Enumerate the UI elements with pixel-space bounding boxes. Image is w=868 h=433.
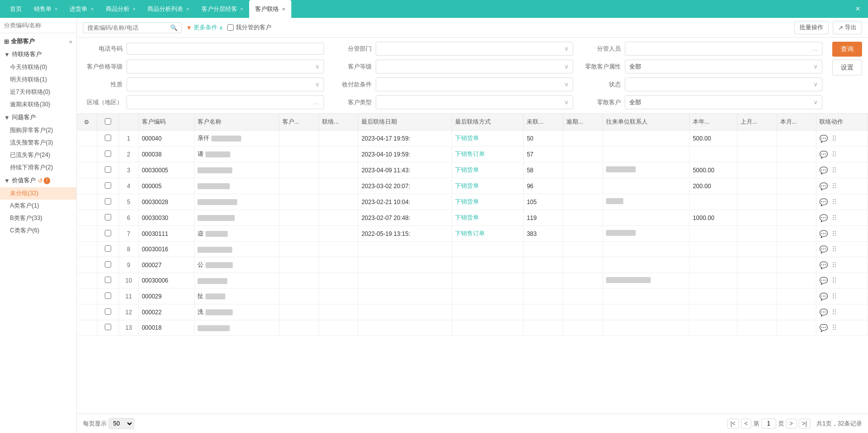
customer-type-select[interactable]: ∨ bbox=[376, 95, 573, 109]
row-checkbox[interactable] bbox=[97, 289, 119, 304]
row-last-contact-way[interactable]: 下销货单 bbox=[452, 178, 524, 194]
refresh-icon[interactable]: ↺ bbox=[38, 177, 43, 184]
sidebar-item-7days[interactable]: 近7天待联络(0) bbox=[0, 86, 76, 98]
row-checkbox[interactable] bbox=[97, 194, 119, 210]
page-size-select[interactable]: 50 100 bbox=[109, 418, 134, 429]
row-checkbox[interactable] bbox=[97, 320, 119, 336]
row-checkbox[interactable] bbox=[97, 304, 119, 320]
contact-icon[interactable]: 💬 bbox=[819, 214, 828, 222]
sidebar-item-c-class[interactable]: C类客户(6) bbox=[0, 224, 76, 237]
query-button[interactable]: 查询 bbox=[832, 42, 862, 57]
nav-tab-sales[interactable]: 销售单 × bbox=[28, 0, 64, 18]
row-checkbox[interactable] bbox=[97, 273, 119, 289]
sidebar-item-hoarding[interactable]: 囤购异常客户(2) bbox=[0, 124, 76, 137]
close-customer-contact-tab[interactable]: × bbox=[282, 6, 285, 12]
my-customer-checkbox[interactable] bbox=[227, 24, 234, 31]
contact-icon[interactable]: 💬 bbox=[819, 166, 828, 174]
row-checkbox[interactable] bbox=[97, 210, 119, 226]
close-all-button[interactable]: × bbox=[852, 4, 864, 13]
close-product-analysis-list-tab[interactable]: × bbox=[186, 6, 189, 12]
reset-button[interactable]: 设置 bbox=[832, 60, 862, 75]
more-action-icon[interactable]: ⠿ bbox=[832, 277, 837, 285]
nav-tab-purchase[interactable]: 进货单 × bbox=[64, 0, 99, 18]
row-checkbox[interactable] bbox=[97, 226, 119, 242]
export-button[interactable]: ↗ 导出 bbox=[833, 21, 862, 34]
manager-select[interactable]: … bbox=[625, 42, 822, 56]
close-sales-tab[interactable]: × bbox=[55, 6, 58, 12]
sidebar-item-tomorrow[interactable]: 明天待联络(1) bbox=[0, 73, 76, 86]
contact-icon[interactable]: 💬 bbox=[819, 292, 828, 300]
more-action-icon[interactable]: ⠿ bbox=[832, 198, 837, 206]
row-last-contact-way[interactable]: 下销货单 bbox=[452, 131, 524, 146]
contact-icon[interactable]: 💬 bbox=[819, 150, 828, 158]
status-select[interactable]: ∨ bbox=[625, 77, 822, 91]
row-last-contact-way[interactable]: 下销货单 bbox=[452, 162, 524, 178]
retail-select[interactable]: 全部 ∨ bbox=[625, 95, 822, 109]
sidebar-item-declining[interactable]: 持续下滑客户(2) bbox=[0, 161, 76, 174]
contact-icon[interactable]: 💬 bbox=[819, 182, 828, 190]
more-action-icon[interactable]: ⠿ bbox=[832, 182, 837, 190]
first-page-button[interactable]: |< bbox=[727, 419, 739, 429]
contact-icon[interactable]: 💬 bbox=[819, 277, 828, 285]
dept-select[interactable]: ∨ bbox=[376, 42, 573, 56]
filter-more-conditions[interactable]: ▼ 更多条件 ∧ bbox=[186, 23, 223, 32]
more-action-icon[interactable]: ⠿ bbox=[832, 166, 837, 174]
payment-select[interactable]: ∨ bbox=[376, 77, 573, 91]
more-action-icon[interactable]: ⠿ bbox=[832, 150, 837, 158]
row-last-contact-way[interactable]: 下销货单 bbox=[452, 194, 524, 210]
checkbox-header[interactable] bbox=[97, 114, 119, 131]
nav-tab-product-analysis[interactable]: 商品分析 × bbox=[100, 0, 141, 18]
filter-search-icon[interactable]: 🔍 bbox=[170, 24, 178, 31]
row-checkbox[interactable] bbox=[97, 131, 119, 146]
grade-select[interactable]: ∨ bbox=[376, 60, 573, 73]
nature-select[interactable]: ∨ bbox=[127, 77, 324, 91]
row-last-contact-way[interactable]: 下销货单 bbox=[452, 210, 524, 226]
last-page-button[interactable]: >| bbox=[799, 419, 810, 429]
sidebar-item-b-class[interactable]: B类客户(33) bbox=[0, 212, 76, 224]
settings-header[interactable]: ⚙ bbox=[77, 114, 97, 131]
sidebar-item-a-class[interactable]: A类客户(1) bbox=[0, 200, 76, 212]
region-select[interactable]: … bbox=[127, 95, 324, 109]
nav-tab-product-analysis-list[interactable]: 商品分析列表 × bbox=[141, 0, 195, 18]
contact-icon[interactable]: 💬 bbox=[819, 135, 828, 143]
more-action-icon[interactable]: ⠿ bbox=[832, 292, 837, 300]
close-purchase-tab[interactable]: × bbox=[90, 6, 93, 12]
contact-icon[interactable]: 💬 bbox=[819, 245, 828, 253]
sidebar-section-waiting[interactable]: ▼ 待联络客户 bbox=[0, 48, 76, 61]
sidebar-section-problem[interactable]: ▼ 问题客户 bbox=[0, 111, 76, 124]
contact-icon[interactable]: 💬 bbox=[819, 230, 828, 238]
sidebar-section-value[interactable]: ▼ 价值客户 ↺ ! bbox=[0, 174, 76, 187]
sidebar-item-churned[interactable]: 已流失客户(24) bbox=[0, 149, 76, 161]
all-customers-header[interactable]: ⊞ 全部客户 « bbox=[0, 33, 76, 48]
nav-tab-customer-contact[interactable]: 客户联络 × bbox=[249, 0, 291, 18]
more-action-icon[interactable]: ⠿ bbox=[832, 245, 837, 253]
more-action-icon[interactable]: ⠿ bbox=[832, 135, 837, 143]
row-checkbox[interactable] bbox=[97, 178, 119, 194]
contact-icon[interactable]: 💬 bbox=[819, 198, 828, 206]
more-action-icon[interactable]: ⠿ bbox=[832, 230, 837, 238]
more-action-icon[interactable]: ⠿ bbox=[832, 324, 837, 332]
contact-icon[interactable]: 💬 bbox=[819, 261, 828, 269]
sidebar-item-churn-warning[interactable]: 流失预警客户(3) bbox=[0, 137, 76, 149]
sidebar-item-overdue[interactable]: 逾期未联络(30) bbox=[0, 98, 76, 111]
page-number-input[interactable] bbox=[761, 419, 776, 429]
nav-tab-customer-segment[interactable]: 客户分层经客 × bbox=[196, 0, 249, 18]
phone-input[interactable] bbox=[127, 43, 324, 55]
more-action-icon[interactable]: ⠿ bbox=[832, 308, 837, 316]
nav-tab-home[interactable]: 首页 bbox=[4, 0, 28, 18]
row-last-contact-way[interactable]: 下销售订单 bbox=[452, 146, 524, 162]
price-grade-select[interactable]: ∨ bbox=[127, 60, 324, 73]
sidebar-search-input[interactable] bbox=[4, 22, 77, 29]
row-checkbox[interactable] bbox=[97, 146, 119, 162]
more-action-icon[interactable]: ⠿ bbox=[832, 214, 837, 222]
close-customer-segment-tab[interactable]: × bbox=[240, 6, 243, 12]
prev-page-button[interactable]: < bbox=[741, 419, 751, 429]
select-all-checkbox[interactable] bbox=[105, 118, 111, 125]
sidebar-item-today[interactable]: 今天待联络(0) bbox=[0, 61, 76, 73]
close-product-analysis-tab[interactable]: × bbox=[133, 6, 135, 12]
sidebar-item-ungrouped[interactable]: 未分组(32) bbox=[0, 187, 76, 200]
row-last-contact-way[interactable]: 下销售订单 bbox=[452, 226, 524, 242]
more-action-icon[interactable]: ⠿ bbox=[832, 261, 837, 269]
collapse-icon[interactable]: « bbox=[69, 38, 72, 45]
batch-operation-button[interactable]: 批量操作 bbox=[794, 21, 829, 34]
